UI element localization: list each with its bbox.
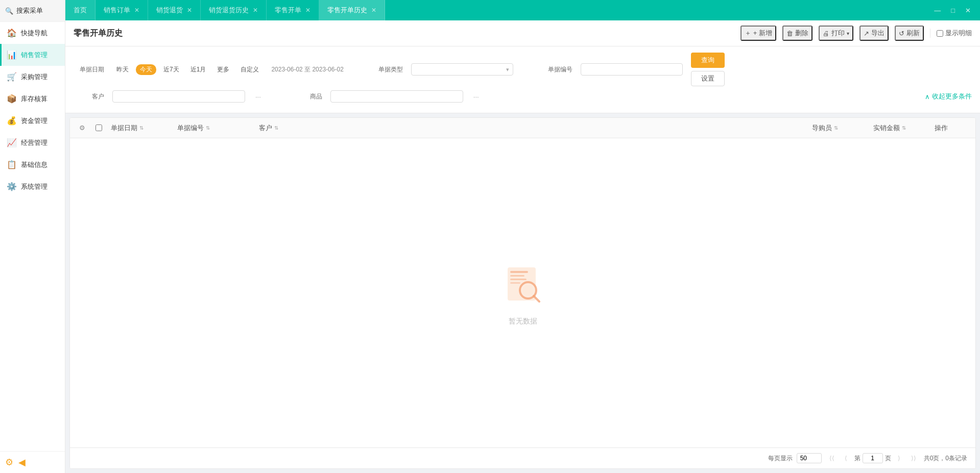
- sidebar-item-basic-info[interactable]: 📋 基础信息: [0, 154, 65, 176]
- customer-ellipsis[interactable]: ···: [253, 93, 263, 101]
- refresh-icon: ↺: [899, 30, 904, 37]
- shortcut-1month[interactable]: 近1月: [186, 64, 210, 75]
- sidebar-item-inventory[interactable]: 📦 库存核算: [0, 88, 65, 110]
- th-customer-label: 客户: [259, 123, 272, 133]
- delete-button[interactable]: 🗑 删除: [782, 26, 812, 41]
- tab-sales-return-history[interactable]: 销货退货历史 ✕: [201, 0, 267, 20]
- window-controls: — □ ✕: [931, 6, 980, 15]
- settings-button[interactable]: 设置: [691, 71, 725, 86]
- money-icon: 💰: [7, 116, 17, 126]
- close-btn[interactable]: ✕: [962, 6, 974, 15]
- customer-label: 客户: [74, 92, 104, 101]
- box-icon: 📦: [7, 94, 17, 104]
- sidebar-item-sys-mgmt[interactable]: ⚙️ 系统管理: [0, 176, 65, 197]
- chart-icon: 📊: [7, 50, 17, 60]
- sidebar-item-label: 快捷导航: [21, 29, 47, 38]
- collapse-btn[interactable]: ∧ 收起更多条件: [925, 92, 972, 101]
- svg-rect-1: [510, 271, 528, 273]
- cart-icon: 🛒: [7, 72, 17, 82]
- tab-retail-open-close[interactable]: ✕: [305, 7, 310, 14]
- tab-sales-order-close[interactable]: ✕: [134, 7, 139, 14]
- filter-area: 单据日期 昨天 今天 近7天 近1月 更多 自定义 2023-06-02 至 2…: [65, 46, 980, 113]
- display-detail-checkbox[interactable]: [937, 30, 943, 37]
- th-date-sort[interactable]: ⇅: [139, 125, 144, 131]
- sidebar-search[interactable]: 🔍 搜索采单: [0, 0, 65, 22]
- tab-sales-return-history-close[interactable]: ✕: [253, 7, 258, 14]
- sidebar-item-label: 采购管理: [21, 72, 47, 82]
- sidebar-item-label: 销售管理: [21, 51, 47, 60]
- first-page-btn[interactable]: ⟨⟨: [826, 452, 838, 464]
- total-info: 共0页，0条记录: [924, 454, 967, 463]
- shortcut-custom[interactable]: 自定义: [236, 64, 263, 75]
- trend-icon: 📈: [7, 138, 17, 147]
- th-amount: 实销金额 ⇅: [869, 123, 930, 133]
- tab-sales-return-label: 销货退货: [156, 6, 183, 15]
- print-button[interactable]: 🖨 打印 ▾: [819, 26, 853, 41]
- refresh-button[interactable]: ↺ 刷新: [895, 26, 924, 41]
- th-customer-sort[interactable]: ⇅: [274, 125, 278, 131]
- tab-sales-return[interactable]: 销货退货 ✕: [148, 0, 201, 20]
- tab-retail-open[interactable]: 零售开单 ✕: [267, 0, 319, 20]
- next-page-btn[interactable]: ⟩: [893, 452, 905, 464]
- bill-type-select[interactable]: [411, 63, 513, 76]
- print-arrow-icon: ▾: [847, 31, 849, 36]
- shortcut-yesterday[interactable]: 昨天: [112, 64, 133, 75]
- shortcut-more[interactable]: 更多: [213, 64, 233, 75]
- footer-settings-btn[interactable]: ⚙: [5, 457, 13, 468]
- tab-home[interactable]: 首页: [65, 0, 95, 20]
- refresh-label: 刷新: [906, 29, 920, 38]
- th-date: 单据日期 ⇅: [107, 123, 173, 133]
- customer-input[interactable]: [112, 90, 245, 103]
- shortcut-7days[interactable]: 近7天: [159, 64, 183, 75]
- footer-collapse-btn[interactable]: ◀: [18, 457, 26, 468]
- add-label: + 新增: [753, 29, 772, 38]
- bill-no-input[interactable]: [581, 63, 683, 76]
- svg-rect-2: [510, 275, 524, 277]
- query-button[interactable]: 查询: [691, 53, 725, 68]
- select-all-checkbox[interactable]: [95, 125, 102, 131]
- collapse-icon: ∧: [925, 93, 930, 101]
- page-input[interactable]: [863, 453, 883, 463]
- print-label: 打印: [831, 29, 845, 38]
- tab-retail-open-history[interactable]: 零售开单历史 ✕: [319, 0, 385, 20]
- toolbar-divider: [930, 29, 930, 38]
- goods-ellipsis[interactable]: ···: [471, 93, 481, 101]
- maximize-btn[interactable]: □: [948, 6, 958, 15]
- display-detail-toggle[interactable]: 显示明细: [937, 29, 972, 38]
- goods-input[interactable]: [330, 90, 463, 103]
- sidebar-nav: 🏠 快捷导航 📊 销售管理 🛒 采购管理 📦 库存核算 💰 资金管理 📈 经营管…: [0, 22, 65, 451]
- th-customer: 客户 ⇅: [255, 123, 808, 133]
- add-button[interactable]: ＋ + 新增: [740, 26, 776, 41]
- prev-page-btn[interactable]: ⟨: [840, 452, 852, 464]
- tab-sales-order[interactable]: 销售订单 ✕: [95, 0, 148, 20]
- page-title: 零售开单历史: [74, 28, 123, 39]
- tab-sales-return-close[interactable]: ✕: [187, 7, 192, 14]
- sidebar-item-label: 基础信息: [21, 160, 47, 169]
- last-page-btn[interactable]: ⟩⟩: [907, 452, 920, 464]
- bill-type-label: 单据类型: [372, 65, 403, 74]
- per-page-select[interactable]: 10 20 50 100: [797, 453, 822, 463]
- sidebar-item-finance[interactable]: 💰 资金管理: [0, 110, 65, 132]
- shortcut-today[interactable]: 今天: [136, 64, 156, 75]
- minimize-btn[interactable]: —: [931, 6, 944, 15]
- th-guide-sort[interactable]: ⇅: [834, 125, 838, 131]
- sidebar-item-quick-nav[interactable]: 🏠 快捷导航: [0, 22, 65, 44]
- column-settings-btn[interactable]: ⚙: [74, 124, 90, 132]
- date-label: 单据日期: [74, 65, 104, 74]
- tab-retail-open-history-close[interactable]: ✕: [371, 7, 376, 14]
- export-label: 导出: [871, 29, 885, 38]
- svg-rect-3: [510, 279, 527, 280]
- select-all-checkbox-cell: [90, 125, 107, 131]
- th-no-sort[interactable]: ⇅: [206, 125, 210, 131]
- th-no-label: 单据编号: [177, 123, 204, 133]
- tab-retail-open-label: 零售开单: [275, 6, 301, 15]
- sidebar-item-label: 资金管理: [21, 116, 47, 126]
- sidebar-item-sales-mgmt[interactable]: 📊 销售管理: [0, 44, 65, 66]
- sidebar-item-purchase-mgmt[interactable]: 🛒 采购管理: [0, 66, 65, 88]
- th-amount-sort[interactable]: ⇅: [902, 125, 906, 131]
- export-button[interactable]: ↗ 导出: [859, 26, 889, 41]
- th-date-label: 单据日期: [111, 123, 137, 133]
- sidebar-item-operations[interactable]: 📈 经营管理: [0, 132, 65, 154]
- date-shortcuts: 昨天 今天 近7天 近1月 更多 自定义: [112, 64, 263, 75]
- sidebar-item-label: 经营管理: [21, 138, 47, 147]
